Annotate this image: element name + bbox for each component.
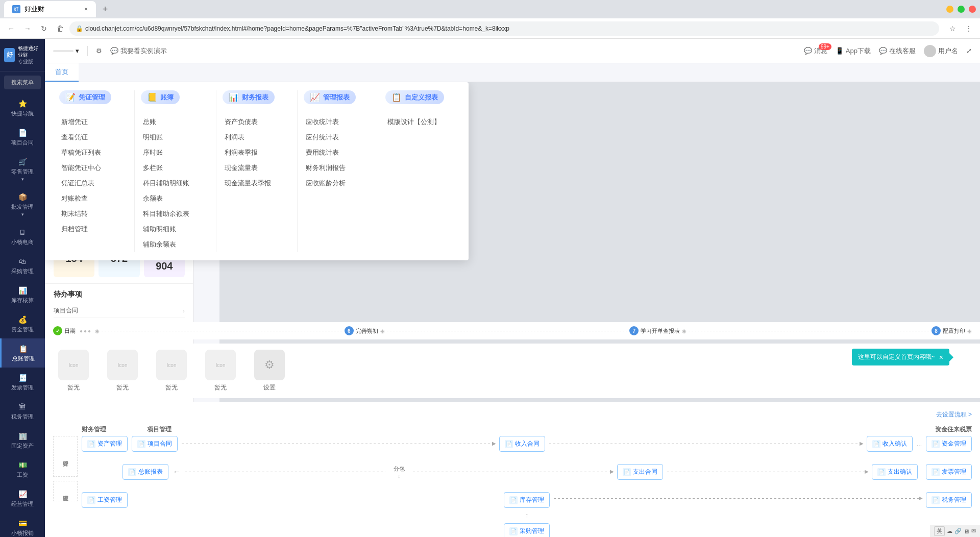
flow-box-fund[interactable]: 📄 资金管理	[926, 436, 972, 452]
flow-box-ledger[interactable]: 📄 总账报表	[122, 464, 168, 480]
close-button[interactable]	[969, 6, 976, 13]
company-selector[interactable]: ▾	[53, 47, 79, 55]
step-line-3	[689, 331, 929, 331]
flow-label-assets: 资产管理	[97, 440, 122, 448]
user-menu-button[interactable]: 用户名	[924, 45, 958, 57]
ledger-item-8[interactable]: 辅助明细账	[141, 222, 210, 237]
sidebar-item-invoice[interactable]: 🧾 发票管理	[0, 368, 45, 397]
expand-button[interactable]: ⤢	[966, 47, 972, 55]
mgmt-item-5[interactable]: 应收账龄分析	[304, 176, 373, 191]
sidebar-item-finance[interactable]: 💰 资金管理	[0, 309, 45, 338]
forward-button[interactable]: →	[20, 21, 35, 36]
flow-box-expense-confirm[interactable]: 📄 支出确认	[872, 464, 918, 480]
finance-item-4[interactable]: 现金流量表	[223, 160, 291, 176]
voucher-item-new[interactable]: 新增凭证	[59, 114, 128, 130]
finance-item-2[interactable]: 利润表	[223, 130, 291, 145]
bottom-icon-2[interactable]: 🔗	[954, 528, 962, 534]
voucher-item-smart[interactable]: 智能凭证中心	[59, 160, 128, 176]
icon-item-5[interactable]: ⚙ 设置	[249, 350, 290, 392]
finance-item-5[interactable]: 现金流量表季报	[223, 176, 291, 191]
more-dots: ...	[917, 441, 922, 448]
voucher-item-view[interactable]: 查看凭证	[59, 130, 128, 145]
maximize-button[interactable]	[958, 6, 965, 13]
ledger-item-4[interactable]: 多栏账	[141, 160, 210, 176]
flow-box-expense[interactable]: 📄 支出合同	[617, 464, 663, 480]
mgmt-item-1[interactable]: 应收统计表	[304, 114, 373, 130]
long-arrow-line: ▶	[554, 498, 922, 499]
voucher-item-archive[interactable]: 归档管理	[59, 222, 128, 237]
minimize-button[interactable]	[946, 6, 953, 13]
header-settings-button[interactable]: ⚙	[96, 47, 102, 55]
custom-item-1[interactable]: 模版设计【公测】	[385, 114, 454, 130]
bottom-icon-4[interactable]: ✉	[971, 528, 976, 534]
more-button[interactable]: ⋮	[962, 21, 976, 36]
flow-box-purchase[interactable]: 📄 采购管理	[504, 523, 550, 537]
sidebar-item-expense[interactable]: 💳 小畅报销	[0, 513, 45, 537]
sidebar-item-ops[interactable]: 📈 经营管理	[0, 484, 45, 513]
tab-close-button[interactable]: ×	[84, 6, 88, 13]
service-button[interactable]: 💬 在线客服	[879, 46, 916, 56]
sidebar-item-inventory[interactable]: 📊 库存核算	[0, 280, 45, 309]
ledger-item-1[interactable]: 总账	[141, 114, 210, 130]
flow-box-inventory[interactable]: 📄 库存管理	[504, 492, 550, 508]
lang-indicator[interactable]: 英	[934, 526, 945, 536]
finance-item-1[interactable]: 资产负债表	[223, 114, 291, 130]
voucher-item-check[interactable]: 对账检查	[59, 191, 128, 206]
tab-home[interactable]: 首页	[45, 63, 79, 82]
icon-item-2[interactable]: Icon 暂无	[102, 350, 143, 392]
ledger-item-3[interactable]: 序时账	[141, 145, 210, 160]
sidebar-item-wholesale[interactable]: 📦 批发管理 ▾	[0, 187, 45, 222]
sidebar-item-retail[interactable]: 🛒 零售管理 ▾	[0, 152, 45, 187]
new-tab-button[interactable]: +	[98, 2, 112, 16]
flow-box-ticket[interactable]: 📄 发票管理	[926, 464, 972, 480]
finance-item-3[interactable]: 利润表季报	[223, 145, 291, 160]
delete-button[interactable]: 🗑	[53, 21, 67, 36]
back-button[interactable]: ←	[4, 21, 18, 36]
custom-report-icon: 📋	[391, 92, 402, 102]
sidebar-item-purchase[interactable]: 🛍 采购管理	[0, 251, 45, 280]
voucher-item-close[interactable]: 期末结转	[59, 206, 128, 222]
customize-tip-close-button[interactable]: ×	[939, 353, 943, 361]
mgmt-item-2[interactable]: 应付统计表	[304, 130, 373, 145]
sidebar-item-project[interactable]: 📄 项目合同	[0, 123, 45, 152]
ledger-item-9[interactable]: 辅助余额表	[141, 237, 210, 252]
sidebar-item-ecommerce[interactable]: 🖥 小畅电商	[0, 222, 45, 251]
bottom-icon-1[interactable]: ☁	[947, 528, 952, 534]
icon-item-1[interactable]: Icon 暂无	[53, 350, 94, 392]
app-download-button[interactable]: 📱 App下载	[836, 46, 871, 56]
sidebar-item-quick-nav[interactable]: ⭐ 快捷导航	[0, 93, 45, 123]
active-tab[interactable]: 好 好业财 ×	[4, 1, 96, 17]
refresh-button[interactable]: ↻	[37, 21, 51, 36]
flow-box-tax[interactable]: 📄 税务管理	[926, 492, 972, 508]
sidebar-item-tax[interactable]: 🏛 税务管理	[0, 397, 45, 426]
mgmt-item-4[interactable]: 财务利润报告	[304, 160, 373, 176]
ledger-item-7[interactable]: 科目辅助余额表	[141, 206, 210, 222]
sidebar-item-ledger[interactable]: 📋 总账管理	[0, 338, 45, 368]
ledger-item-2[interactable]: 明细账	[141, 130, 210, 145]
icon-item-4[interactable]: Icon 暂无	[200, 350, 241, 392]
flow-box-income[interactable]: 📄 收入合同	[499, 436, 545, 452]
voucher-item-draft[interactable]: 草稿凭证列表	[59, 145, 128, 160]
bookmark-button[interactable]: ☆	[945, 21, 960, 36]
setup-flow-link[interactable]: 去设置流程 >	[936, 410, 972, 419]
flow-box-salary[interactable]: 📄 工资管理	[82, 492, 128, 508]
ledger-item-5[interactable]: 科目辅助明细账	[141, 176, 210, 191]
demo-link[interactable]: 💬 我要看实例演示	[110, 46, 167, 56]
mgmt-item-3[interactable]: 费用统计表	[304, 145, 373, 160]
page-tabs: 首页	[45, 63, 980, 82]
tip-arrow	[949, 353, 953, 361]
voucher-item-summary[interactable]: 凭证汇总表	[59, 176, 128, 191]
search-menu-button[interactable]: 搜索菜单	[4, 76, 41, 89]
flow-box-project[interactable]: 📄 项目合同	[132, 436, 178, 452]
flow-box-income-confirm[interactable]: 📄 收入确认	[867, 436, 913, 452]
sidebar-item-salary[interactable]: 💵 工资	[0, 455, 45, 484]
address-bar[interactable]: 🔒 cloud.chanjet.com/cc/u6d89qwnryel/57bf…	[69, 21, 939, 36]
project-group: 📄 项目合同	[132, 436, 178, 452]
message-button[interactable]: 💬 消息 99+	[804, 46, 827, 56]
flow-box-assets[interactable]: 📄 资产管理	[82, 436, 128, 452]
icon-item-3[interactable]: Icon 暂无	[151, 350, 192, 392]
ledger-item-6[interactable]: 余额表	[141, 191, 210, 206]
sidebar-item-assets[interactable]: 🏢 固定资产	[0, 426, 45, 455]
step-2-circle: 6	[345, 326, 354, 335]
bottom-icon-3[interactable]: 🖥	[964, 528, 969, 534]
